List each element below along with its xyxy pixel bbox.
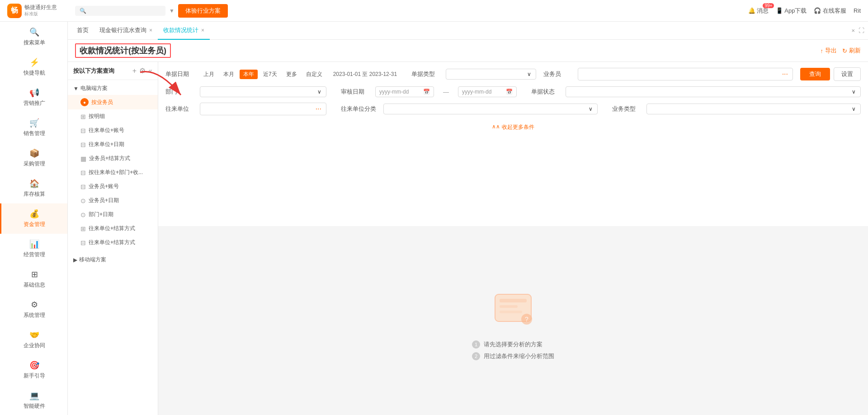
- export-btn[interactable]: ↑ 导出: [821, 47, 837, 55]
- scheme-add-icon[interactable]: +: [132, 67, 137, 75]
- scheme-item-partner-date[interactable]: ⊟ 往来单位+日期: [68, 137, 158, 151]
- sidebar-item-collab[interactable]: 🤝 企业协同: [0, 325, 67, 355]
- sidebar-item-inventory[interactable]: 🏠 库存核算: [0, 173, 67, 203]
- date-tab-7days[interactable]: 近7天: [259, 70, 281, 79]
- counterpart-category-select[interactable]: ∨: [383, 104, 598, 114]
- svg-rect-2: [500, 305, 518, 308]
- empty-illustration: ?: [486, 281, 540, 335]
- svg-text:?: ?: [525, 316, 528, 323]
- scheme-section-desktop-title[interactable]: ▼ 电脑端方案: [68, 82, 158, 95]
- sidebar-item-hardware[interactable]: 💻 智能硬件: [0, 385, 67, 415]
- close-all-tabs-icon[interactable]: ×: [851, 27, 855, 34]
- scheme-item-partner-settle1[interactable]: ⊞ 往来单位+结算方式: [68, 222, 158, 236]
- online-service[interactable]: 🎧 在线客服: [814, 7, 846, 15]
- review-date-from[interactable]: yyyy-mm-dd 📅: [375, 86, 434, 97]
- sidebar-item-purchase[interactable]: 📦 采购管理: [0, 143, 67, 173]
- scheme-item-salesperson-account[interactable]: ⊟ 业务员+账号: [68, 179, 158, 193]
- page-header: 收款情况统计(按业务员) ↑ 导出 ↻ 刷新: [68, 40, 868, 62]
- system-icon: ⚙: [31, 300, 38, 310]
- sidebar-item-operations[interactable]: 📊 经营管理: [0, 234, 67, 264]
- scheme-collapse-icon[interactable]: «: [148, 67, 152, 75]
- sidebar-item-search[interactable]: 🔍 搜索菜单: [0, 22, 67, 52]
- trial-btn[interactable]: 体验行业方案: [178, 4, 228, 18]
- tab-bank-flow[interactable]: 现金银行流水查询 ×: [94, 22, 158, 40]
- counterpart-more-icon[interactable]: ···: [316, 105, 321, 113]
- scheme-section-mobile-title[interactable]: ▶ 移动端方案: [68, 253, 158, 266]
- scheme-item-salesperson-date[interactable]: ⊙ 业务员+日期: [68, 193, 158, 208]
- empty-tips: 1 请先选择要分析的方案 2 用过滤条件来缩小分析范围: [472, 340, 554, 360]
- tab-close-bank[interactable]: ×: [149, 27, 152, 33]
- tab-receipt-stats[interactable]: 收款情况统计 ×: [158, 22, 210, 40]
- counterpart-label: 往来单位: [165, 105, 193, 113]
- quicknav-icon: ⚡: [29, 57, 39, 67]
- query-btn[interactable]: 查询: [800, 68, 830, 80]
- scheme-settings-icon[interactable]: ⚙: [139, 66, 146, 75]
- partner-date-icon: ⊟: [80, 141, 86, 148]
- user-name[interactable]: Rit: [854, 7, 861, 14]
- marketing-icon: 📢: [29, 88, 39, 98]
- scheme-item-partner-dept[interactable]: ⊟ 按往来单位+部门+收...: [68, 165, 158, 179]
- sidebar: 🔍 搜索菜单 ⚡ 快捷导航 📢 营销推广 🛒 销售管理 📦 采购管理 🏠 库存核…: [0, 22, 68, 415]
- sidebar-item-finance[interactable]: 💰 资金管理: [0, 203, 67, 234]
- dept-select[interactable]: ∨: [200, 86, 326, 97]
- doc-type-label: 单据类型: [411, 70, 439, 78]
- counterpart-select[interactable]: ···: [200, 103, 326, 115]
- sidebar-item-guide[interactable]: 🎯 新手引导: [0, 355, 67, 385]
- sidebar-item-label: 搜索菜单: [24, 39, 45, 47]
- tip-text-2: 用过滤条件来缩小分析范围: [484, 352, 554, 360]
- collapse-row[interactable]: ∧∧ 收起更多条件: [165, 121, 861, 134]
- finance-icon: 💰: [29, 209, 39, 219]
- active-indicator: ●: [80, 98, 89, 106]
- svg-rect-1: [500, 299, 527, 302]
- scheme-header: 按以下方案查询 + ⚙ «: [68, 62, 158, 80]
- scheme-item-detail[interactable]: ⊞ 按明细: [68, 109, 158, 123]
- date-label: 单据日期: [165, 70, 193, 78]
- date-tab-last-month[interactable]: 上月: [200, 70, 218, 79]
- search-bar[interactable]: 🔍: [75, 6, 165, 16]
- sidebar-item-system[interactable]: ⚙ 系统管理: [0, 294, 67, 325]
- doc-type-select[interactable]: ∨: [446, 69, 536, 80]
- hardware-icon: 💻: [29, 391, 39, 401]
- notification-area[interactable]: 🔔 消息 99+: [748, 7, 769, 15]
- top-header: 畅 畅捷通好生意 标准版 🔍 ▼ 体验行业方案 🔔 消息 99+ 📱 App下载…: [0, 0, 868, 22]
- sidebar-item-quicknav[interactable]: ⚡ 快捷导航: [0, 52, 67, 82]
- tab-home[interactable]: 首页: [71, 22, 94, 40]
- tab-close-receipt[interactable]: ×: [201, 27, 204, 33]
- date-tab-this-month[interactable]: 本月: [220, 70, 238, 79]
- setting-btn[interactable]: 设置: [834, 67, 861, 81]
- salesperson-select[interactable]: ···: [578, 68, 793, 80]
- filter-row-1: 单据日期 上月 本月 本年 近7天 更多 自定义 2023-01-01 至 20…: [165, 67, 861, 81]
- review-date-to[interactable]: yyyy-mm-dd 📅: [458, 86, 517, 97]
- date-tab-this-year[interactable]: 本年: [240, 70, 258, 79]
- sidebar-item-basic-info[interactable]: ⊞ 基础信息: [0, 264, 67, 294]
- inventory-icon: 🏠: [29, 179, 39, 189]
- scheme-item-salesperson[interactable]: ● 按业务员: [68, 95, 158, 109]
- date-range-text: 2023-01-01 至 2023-12-31: [333, 71, 397, 78]
- doc-status-select[interactable]: ∨: [566, 86, 861, 97]
- salesperson-more-icon[interactable]: ···: [782, 70, 788, 78]
- date-tab-custom[interactable]: 自定义: [302, 70, 326, 79]
- right-panel: 单据日期 上月 本月 本年 近7天 更多 自定义 2023-01-01 至 20…: [158, 62, 868, 415]
- scheme-item-dept-date[interactable]: ⊙ 部门+日期: [68, 208, 158, 222]
- scheme-item-partner-settle2[interactable]: ⊟ 往来单位+结算方式: [68, 236, 158, 250]
- header-search-area: 🔍 ▼ 体验行业方案: [75, 4, 748, 18]
- maximize-icon[interactable]: ⛶: [859, 27, 864, 34]
- header-right: 🔔 消息 99+ 📱 App下载 🎧 在线客服 Rit: [748, 7, 861, 15]
- doc-status-label: 单据状态: [531, 88, 558, 96]
- scheme-panel: 按以下方案查询 + ⚙ « ▼ 电脑端方案 ●: [68, 62, 158, 415]
- scheme-item-salesperson-settle[interactable]: ▦ 业务员+结算方式: [68, 151, 158, 165]
- biz-type-label: 业务类型: [612, 105, 639, 113]
- logo-badge: 标准版: [24, 11, 57, 17]
- refresh-btn[interactable]: ↻ 刷新: [842, 47, 861, 55]
- basic-info-icon: ⊞: [31, 269, 38, 279]
- sidebar-item-label: 系统管理: [24, 311, 45, 319]
- app-download[interactable]: 📱 App下载: [776, 7, 807, 15]
- sidebar-item-sales[interactable]: 🛒 销售管理: [0, 113, 67, 143]
- scheme-item-partner-account[interactable]: ⊟ 往来单位+账号: [68, 123, 158, 137]
- date-tab-more[interactable]: 更多: [283, 70, 301, 79]
- sidebar-item-label: 新手引导: [24, 372, 45, 380]
- biz-type-select[interactable]: ∨: [646, 104, 861, 114]
- sidebar-item-marketing[interactable]: 📢 营销推广: [0, 82, 67, 113]
- tab-bar: 首页 现金银行流水查询 × 收款情况统计 × × ⛶: [68, 22, 868, 40]
- header-nav: ▼: [169, 8, 175, 14]
